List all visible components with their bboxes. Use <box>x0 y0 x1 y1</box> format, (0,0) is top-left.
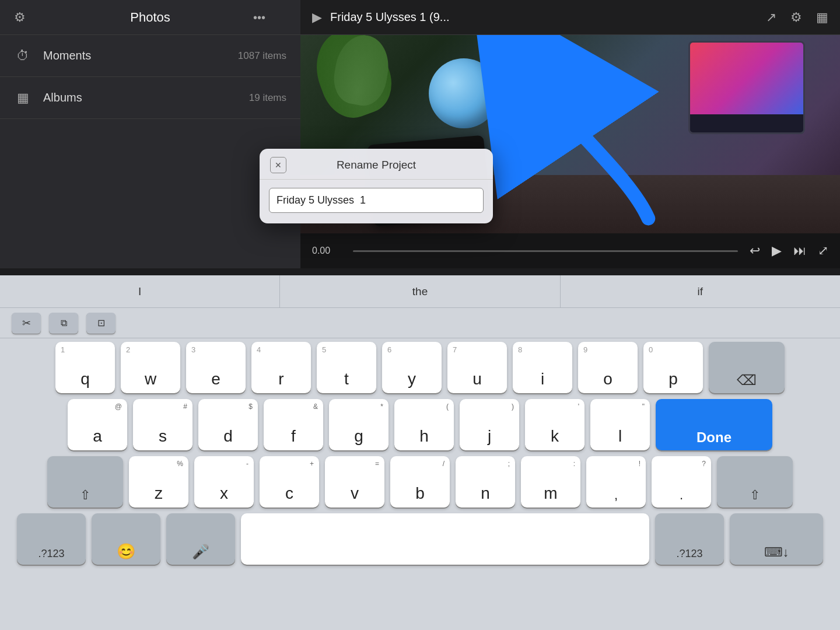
key-row-3: ⇧ %z -x +c =v /b ;n :m !, ?. ⇧ <box>4 456 836 508</box>
key-s[interactable]: #s <box>133 399 192 450</box>
globe-decoration <box>429 58 499 128</box>
toolbar-row: ✂ ⧉ ⊡ <box>0 308 840 338</box>
sidebar-title: Photos <box>130 10 170 25</box>
gear-icon[interactable]: ⚙ <box>14 10 26 25</box>
key-t[interactable]: 5t <box>317 342 376 393</box>
top-area: ⚙ Photos ••• ⏱ Moments 1087 items ▦ Albu… <box>0 0 840 268</box>
monitor-decoration <box>688 41 805 134</box>
content-title: Friday 5 Ulysses 1 (9... <box>330 10 752 24</box>
video-progress-bar[interactable] <box>353 250 738 252</box>
suggestion-i[interactable]: I <box>0 275 280 307</box>
close-icon: ✕ <box>275 160 282 170</box>
dialog-title: Rename Project <box>293 159 459 172</box>
key-k[interactable]: 'k <box>525 399 584 450</box>
copy-button[interactable]: ⧉ <box>49 313 78 334</box>
shift-key-right[interactable]: ⇧ <box>717 456 793 508</box>
key-e[interactable]: 3e <box>186 342 246 393</box>
key-a[interactable]: @a <box>68 399 127 450</box>
sidebar-header: ⚙ Photos ••• <box>0 0 300 35</box>
paste-button[interactable]: ⊡ <box>86 313 116 334</box>
key-g[interactable]: *g <box>329 399 388 450</box>
key-r[interactable]: 4r <box>251 342 311 393</box>
project-icon: ▶ <box>312 10 322 25</box>
key-period[interactable]: ?. <box>652 456 711 508</box>
albums-icon: ▦ <box>14 90 32 106</box>
sidebar: ⚙ Photos ••• ⏱ Moments 1087 items ▦ Albu… <box>0 0 300 268</box>
key-h[interactable]: (h <box>394 399 454 450</box>
moments-count: 1087 items <box>238 50 286 62</box>
key-c[interactable]: +c <box>260 456 319 508</box>
cut-button[interactable]: ✂ <box>12 313 41 334</box>
key-n[interactable]: ;n <box>456 456 515 508</box>
suggestion-if[interactable]: if <box>561 275 840 307</box>
num-key-left[interactable]: .?123 <box>17 513 86 565</box>
albums-count: 19 items <box>249 92 286 104</box>
done-key[interactable]: Done <box>656 399 772 450</box>
key-y[interactable]: 6y <box>382 342 442 393</box>
scissors-icon: ✂ <box>22 317 31 330</box>
key-j[interactable]: )j <box>460 399 519 450</box>
play-icon[interactable]: ▶ <box>772 243 782 258</box>
space-key[interactable] <box>241 513 649 565</box>
fullscreen-icon[interactable]: ⤢ <box>818 243 828 258</box>
key-row-1: 1q 2w 3e 4r 5t 6y 7u 8i 9o 0p ⌫ <box>4 342 836 393</box>
bottom-row: .?123 😊 🎤 .?123 ⌨↓ <box>0 508 840 570</box>
key-q[interactable]: 1q <box>55 342 115 393</box>
key-comma[interactable]: !, <box>586 456 646 508</box>
layout-icon[interactable]: ▦ <box>816 10 828 25</box>
export-icon[interactable]: ↗ <box>766 10 776 25</box>
key-d[interactable]: $d <box>198 399 258 450</box>
num-key-right[interactable]: .?123 <box>655 513 724 565</box>
rename-dialog: ✕ Rename Project <box>260 149 493 223</box>
project-name-input[interactable] <box>269 188 484 213</box>
hide-keyboard-key[interactable]: ⌨↓ <box>730 513 823 565</box>
suggestion-the[interactable]: the <box>280 275 560 307</box>
key-b[interactable]: /b <box>390 456 450 508</box>
content-area: ▶ Friday 5 Ulysses 1 (9... ↗ ⚙ ▦ <box>300 0 840 268</box>
sidebar-item-albums[interactable]: ▦ Albums 19 items <box>0 77 300 119</box>
dialog-header: ✕ Rename Project <box>260 149 493 180</box>
key-m[interactable]: :m <box>521 456 580 508</box>
more-icon[interactable]: ••• <box>253 10 265 24</box>
paste-icon: ⊡ <box>97 317 105 328</box>
sidebar-item-moments[interactable]: ⏱ Moments 1087 items <box>0 35 300 77</box>
key-p[interactable]: 0p <box>643 342 703 393</box>
key-z[interactable]: %z <box>129 456 188 508</box>
albums-label: Albums <box>43 91 249 104</box>
emoji-key[interactable]: 😊 <box>92 513 160 565</box>
key-i[interactable]: 8i <box>513 342 572 393</box>
key-u[interactable]: 7u <box>447 342 507 393</box>
moments-label: Moments <box>43 49 238 62</box>
key-row-2: @a #s $d &f *g (h )j 'k "l Done <box>4 399 836 450</box>
delete-key[interactable]: ⌫ <box>709 342 785 393</box>
moments-icon: ⏱ <box>14 48 32 64</box>
key-x[interactable]: -x <box>194 456 254 508</box>
key-l[interactable]: "l <box>590 399 650 450</box>
key-w[interactable]: 2w <box>121 342 180 393</box>
key-v[interactable]: =v <box>325 456 384 508</box>
keys-container: 1q 2w 3e 4r 5t 6y 7u 8i 9o 0p ⌫ @a #s $d… <box>0 338 840 508</box>
shift-key-left[interactable]: ⇧ <box>47 456 123 508</box>
copy-icon: ⧉ <box>61 318 67 328</box>
key-o[interactable]: 9o <box>578 342 638 393</box>
keyboard-area: I the if ✂ ⧉ ⊡ 1q 2w 3e 4r 5t 6y 7u <box>0 275 840 630</box>
suggestions-bar: I the if <box>0 275 840 308</box>
video-time: 0.00 <box>312 246 341 256</box>
rewind-icon[interactable]: ↩ <box>750 243 760 258</box>
mic-key[interactable]: 🎤 <box>166 513 235 565</box>
video-controls: 0.00 ↩ ▶ ⏭ ⤢ <box>300 233 840 268</box>
skip-icon[interactable]: ⏭ <box>793 243 806 258</box>
settings-icon[interactable]: ⚙ <box>790 10 802 25</box>
dialog-close-button[interactable]: ✕ <box>270 157 286 173</box>
key-f[interactable]: &f <box>264 399 323 450</box>
dialog-input-wrap <box>260 180 493 223</box>
content-header: ▶ Friday 5 Ulysses 1 (9... ↗ ⚙ ▦ <box>300 0 840 35</box>
